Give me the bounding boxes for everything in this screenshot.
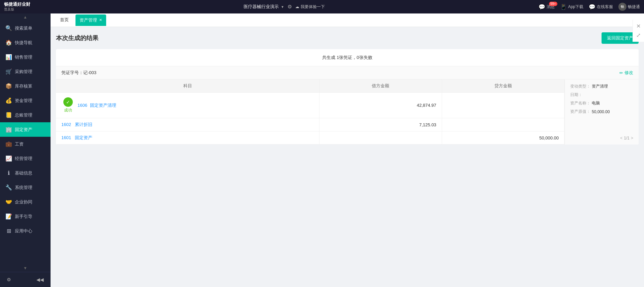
fixed-assets-icon: 🏢 <box>5 126 12 133</box>
page-info: 1/1 <box>624 136 630 140</box>
side-info-panel: 变动类型： 资产清理 日期： 资产名称： 电脑 资产原值： <box>564 79 639 145</box>
row2-subject[interactable]: 1602 累计折旧 <box>56 118 319 131</box>
sidebar-item-purchase[interactable]: 🛒 采购管理 <box>0 64 51 79</box>
sidebar-item-basic-info[interactable]: ℹ 基础信息 <box>0 166 51 180</box>
sidebar-item-label: 应用中心 <box>15 228 32 234</box>
tab-asset-mgmt-close[interactable]: ✕ <box>99 18 102 22</box>
col-header-credit: 贷方金额 <box>442 79 564 93</box>
message-badge: 99+ <box>549 2 557 6</box>
next-page-button[interactable]: > <box>631 136 633 140</box>
page-header: 本次生成的结果 返回固定资产 <box>56 32 639 44</box>
original-value-label: 资产原值： <box>570 109 590 115</box>
basic-info-icon: ℹ <box>5 170 12 176</box>
result-summary: 共生成 1张凭证，0张失败 <box>56 49 639 66</box>
sidebar-scroll-down[interactable]: ▼ <box>0 264 51 272</box>
sidebar-bottom: ⚙ ◀◀ <box>0 272 51 287</box>
logo-text: 畅捷通好业财 <box>4 2 30 7</box>
original-value-row: 资产原值： 50,000.00 <box>570 109 633 115</box>
header-center: 医疗器械行业演示 ▼ ⚙ ☁ 我要体验一下 <box>244 2 325 11</box>
ledger-icon: 📒 <box>5 112 12 118</box>
sidebar-item-operations[interactable]: 📈 经营管理 <box>0 151 51 166</box>
row3-debit <box>319 131 442 145</box>
sidebar-item-system[interactable]: 🔧 系统管理 <box>0 180 51 195</box>
voucher-header: 凭证字号：记-003 ✏ 修改 <box>56 66 639 79</box>
home-icon: 🏠 <box>5 39 12 46</box>
row1-debit: 42,874.97 <box>319 93 442 118</box>
page-content: 本次生成的结果 返回固定资产 共生成 1张凭证，0张失败 凭证字号：记-003 … <box>51 27 644 287</box>
top-header: 畅捷通好业财 普及版 医疗器械行业演示 ▼ ⚙ ☁ 我要体验一下 💬 消息 99… <box>0 0 644 13</box>
tab-asset-mgmt-label: 资产管理 <box>80 17 97 23</box>
sidebar-item-guide[interactable]: 📝 新手引导 <box>0 209 51 224</box>
expand-panel-button[interactable]: ⤢ <box>636 31 641 39</box>
row3-subject-name: 固定资产 <box>75 135 92 140</box>
sidebar-collapse-button[interactable]: ◀◀ <box>35 276 45 284</box>
payroll-icon: 💼 <box>5 141 12 147</box>
row3-subject-code: 1601 <box>61 135 71 140</box>
sidebar-item-label: 新手引导 <box>15 214 32 220</box>
row3-subject[interactable]: 1601 固定资产 <box>56 131 319 145</box>
sidebar-item-fund[interactable]: 💰 资金管理 <box>0 93 51 108</box>
change-type-label: 变动类型： <box>570 84 590 89</box>
sidebar-item-fixed-assets[interactable]: 🏢 固定资产 <box>0 122 51 137</box>
sidebar-item-label: 经营管理 <box>15 156 32 162</box>
prev-page-button[interactable]: < <box>620 136 622 140</box>
experience-button[interactable]: ☁ 我要体验一下 <box>295 4 325 10</box>
col-header-debit: 借方金额 <box>319 79 442 93</box>
sidebar-item-ledger[interactable]: 📒 总账管理 <box>0 108 51 122</box>
scroll-down-icon[interactable]: ▼ <box>23 266 27 270</box>
logo-area: 畅捷通好业财 普及版 <box>4 2 30 12</box>
sidebar-item-collab[interactable]: 🤝 企业协同 <box>0 195 51 209</box>
tab-asset-mgmt[interactable]: 资产管理 ✕ <box>75 14 106 26</box>
sidebar-item-payroll[interactable]: 💼 工资 <box>0 137 51 151</box>
date-row: 日期： <box>570 92 633 98</box>
sidebar-item-quick-nav[interactable]: 🏠 快捷导航 <box>0 35 51 50</box>
voucher-table-wrap: 科目 借方金额 贷方金额 <box>56 79 564 145</box>
edit-button[interactable]: ✏ 修改 <box>619 70 633 76</box>
message-action[interactable]: 💬 消息 99+ <box>539 4 555 10</box>
collab-icon: 🤝 <box>5 199 12 205</box>
voucher-no: 凭证字号：记-003 <box>61 70 96 76</box>
operations-icon: 📈 <box>5 155 12 162</box>
sidebar-settings-button[interactable]: ⚙ <box>5 276 12 284</box>
sidebar-item-label: 资金管理 <box>15 98 32 104</box>
company-dropdown-icon[interactable]: ▼ <box>281 5 284 9</box>
avatar: 畅 <box>618 3 626 11</box>
success-icon: ✓ <box>63 97 73 107</box>
row1-subject-code: 1606 <box>78 103 87 108</box>
close-panel-button[interactable]: ✕ <box>636 22 641 30</box>
scroll-up-icon[interactable]: ▲ <box>23 15 27 20</box>
tab-bar: 首页 资产管理 ✕ <box>51 13 644 27</box>
asset-name-value: 电脑 <box>592 100 600 106</box>
success-label: 成功 <box>64 107 72 113</box>
table-row: ✓ 成功 1606 固定资产清理 42,874.97 <box>56 93 564 118</box>
sidebar-item-label: 固定资产 <box>15 127 32 133</box>
sidebar-scroll-up[interactable]: ▲ <box>0 13 51 21</box>
sidebar-item-label: 工资 <box>15 141 24 147</box>
voucher-table: 科目 借方金额 贷方金额 <box>56 79 564 145</box>
sidebar-item-app-center[interactable]: ⊞ 应用中心 <box>0 224 51 238</box>
row1-subject[interactable]: ✓ 成功 1606 固定资产清理 <box>56 93 319 118</box>
sales-icon: 📊 <box>5 54 12 60</box>
user-info[interactable]: 畅 畅捷通 <box>618 3 640 11</box>
change-type-row: 变动类型： 资产清理 <box>570 84 633 89</box>
edit-label: 修改 <box>624 70 633 76</box>
row2-subject-name: 累计折旧 <box>75 122 92 127</box>
inventory-icon: 📦 <box>5 83 12 89</box>
company-name[interactable]: 医疗器械行业演示 <box>244 4 279 10</box>
table-row: 1601 固定资产 50,000.00 <box>56 131 564 145</box>
sidebar: ▲ 🔍 搜索菜单 🏠 快捷导航 📊 销售管理 🛒 采购管理 📦 库存核算 <box>0 13 51 287</box>
row2-subject-code: 1602 <box>61 122 71 127</box>
header-settings-button[interactable]: ⚙ <box>286 2 293 11</box>
user-name: 畅捷通 <box>628 4 640 10</box>
row2-debit: 7,125.03 <box>319 118 442 131</box>
row1-credit <box>442 93 564 118</box>
sidebar-item-label: 总账管理 <box>15 112 32 118</box>
app-download-action[interactable]: 📱 App下载 <box>560 4 583 10</box>
logo-sub: 普及版 <box>4 7 30 12</box>
sidebar-item-sales[interactable]: 📊 销售管理 <box>0 50 51 64</box>
sidebar-item-search[interactable]: 🔍 搜索菜单 <box>0 21 51 35</box>
voucher-body: 科目 借方金额 贷方金额 <box>56 79 639 145</box>
tab-home[interactable]: 首页 <box>56 14 73 26</box>
online-service-action[interactable]: 💬 在线客服 <box>589 4 613 10</box>
sidebar-item-inventory[interactable]: 📦 库存核算 <box>0 79 51 93</box>
